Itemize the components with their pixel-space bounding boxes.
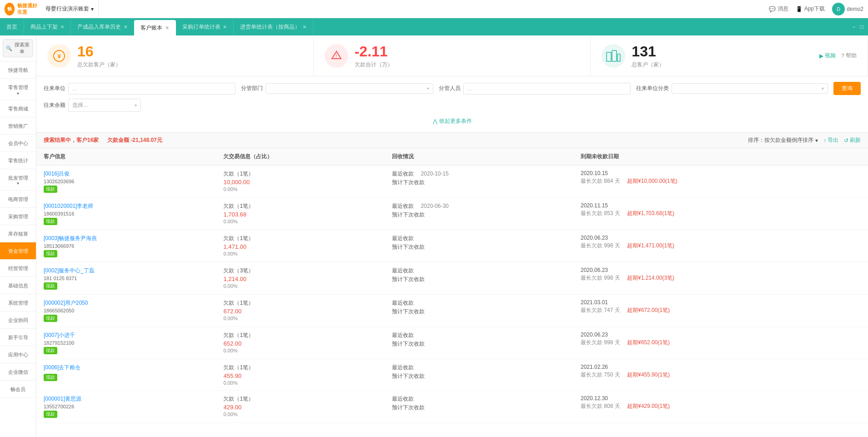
overdue-amount-link[interactable]: 超期¥672.00(1笔) [627,307,670,313]
overdue-amount-link[interactable]: 超期¥652.00(1笔) [627,339,670,346]
sidebar-item-basic-info[interactable]: 基础信息 [0,277,36,294]
wechat-label: 企业微信 [2,369,34,376]
tab-purchase-order[interactable]: 采购订单统计表 × [176,18,234,35]
sidebar-item-retail-mall[interactable]: 零售商城 [0,100,36,117]
tab-production-close[interactable]: × [124,24,127,30]
sidebar-item-marketing[interactable]: 营销推广 [0,117,36,135]
sidebar-item-wechat[interactable]: 企业微信 [0,363,36,381]
overdue-amount-link[interactable]: 超期¥1,471.00(1笔) [627,242,674,249]
tab-purchase-close[interactable]: × [223,24,227,30]
from-unit-input[interactable]: ... [68,83,236,95]
tab-home[interactable]: 首页 [0,18,24,35]
sidebar-item-ecommerce[interactable]: 电商管理 [0,191,36,208]
dept-select[interactable]: ▾ [266,83,433,94]
customer-badge: 现款 [44,282,57,290]
maximize-icon[interactable]: □ [860,24,863,30]
collapse-button[interactable]: ⋀ 收起更多条件 [44,116,861,127]
sidebar-item-member[interactable]: 会员中心 [0,135,36,152]
balance-label: 往来余额 [44,101,65,109]
video-btn[interactable]: ▶ 视频 [819,52,836,60]
overdue-amount-link[interactable]: 超期¥1,214.00(3笔) [627,275,674,281]
export-button[interactable]: ↑ 导出 [823,136,838,144]
logo-icon: 畅 [5,3,15,15]
debt-amount: -21,148.07元 [130,137,162,143]
customer-id-link[interactable]: [0006]去下粮仓 [44,364,209,372]
overdue-amount-link[interactable]: 超期¥1,703.68(1笔) [627,210,674,216]
retail-stats-label: 零售统计 [2,157,34,164]
customer-id-link[interactable]: [0007]小进千 [44,332,209,339]
debt-ratio: 0.00% [223,186,377,192]
overdue-amount-link[interactable]: 超期¥10,000.00(1笔) [627,178,677,184]
refresh-button[interactable]: ↺ 刷新 [844,136,861,144]
minimize-icon[interactable]: － [851,23,857,31]
debt-amount[interactable]: 10,000.00 [223,179,377,186]
next-collect-label: 预计下次收款 [392,276,566,283]
tab-customer-account[interactable]: 客户账本 × [134,20,176,35]
help-btn[interactable]: ? 帮助 [841,52,857,60]
customer-id-link[interactable]: [000001]黄思源 [44,395,209,403]
sidebar-item-finance[interactable]: 资金管理 [0,242,36,260]
customer-id-link[interactable]: [0016]吕俊 [44,170,209,178]
main-content: ¥ 16 总欠款客户（家） ! [36,35,868,437]
debt-ratio: 0.00% [223,380,377,386]
manager-input[interactable]: ... [463,83,631,95]
table-row: [000001]黄思源 13552700226 现款 欠款（1笔） 429.00… [36,391,868,423]
sidebar-item-system[interactable]: 系统管理 [0,294,36,311]
customer-id-link[interactable]: [0003]畅捷服务尹海燕 [44,235,209,242]
app-download-btn[interactable]: 📱 App下载 [796,5,825,13]
customer-phone: 13026203696 [44,179,209,184]
search-menu-btn[interactable]: 🔍 搜索菜单 [3,39,33,57]
tab-customer-close[interactable]: × [165,25,169,31]
debt-amount[interactable]: 1,214.00 [223,276,377,282]
sidebar-item-vip[interactable]: 畅会员 [0,381,36,398]
debt-amount[interactable]: 672.00 [223,308,377,315]
sidebar-item-quick-nav[interactable]: 快捷导航 [0,61,36,79]
sidebar-item-retail-mgmt[interactable]: 零售管理 ▲ [0,79,36,100]
tab-production-history[interactable]: 产成品入库单历史 × [71,18,134,35]
sort-selector[interactable]: 排序：按欠款金额倒序排序 ▾ [748,136,818,144]
table-row: [0016]吕俊 13026203696 现款 欠款（1笔） 10,000.00… [36,166,868,198]
stat-card-debt-customers: ¥ 16 总欠款客户（家） [36,35,314,76]
sidebar-item-inventory[interactable]: 库存核算 [0,225,36,242]
customer-id-link[interactable]: [000002]用户2050 [44,299,209,307]
debt-amount[interactable]: 1,703.68 [223,211,377,218]
balance-select[interactable]: 选择... ▾ [68,99,141,112]
industry-selector[interactable]: 母婴行业演示账套 ▾ [41,0,99,18]
tab-incoming-close[interactable]: × [303,24,306,30]
svg-rect-4 [612,50,617,61]
debt-ratio: 0.00% [223,251,377,256]
balance-chevron-icon: ▾ [135,103,137,108]
sidebar-item-operations[interactable]: 经营管理 [0,260,36,277]
customer-badge: 现款 [44,218,57,225]
debt-amount[interactable]: 652.00 [223,340,377,347]
overdue-amount-link[interactable]: 超期¥429.00(1笔) [627,403,670,409]
customer-badge: 现款 [44,250,57,257]
sidebar: 🔍 搜索菜单 快捷导航 零售管理 ▲ 零售商城 营销推广 会员中心 零售统计 [0,35,36,437]
debt-amount[interactable]: 429.00 [223,404,377,411]
tab-incoming-stats[interactable]: 进货单统计表（按商品） × [234,18,313,35]
debt-amount[interactable]: 1,471.00 [223,243,377,250]
overdue-amount-link[interactable]: 超期¥455.90(1笔) [627,372,670,378]
search-menu-label: 搜索菜单 [14,41,30,55]
sidebar-item-newbie[interactable]: 新手引导 [0,329,36,346]
messages-btn[interactable]: 💬 消息 [769,5,788,13]
sidebar-item-batch-mgmt[interactable]: 批发管理 ▼ [0,169,36,191]
due-date-cell: 2021.03.01 最长欠款 747 天 超期¥672.00(1笔) [573,295,868,327]
svg-text:!: ! [336,54,337,59]
tab-products-close[interactable]: × [60,24,64,30]
col-collect-status: 回收情况 [385,148,573,166]
tab-products-offline[interactable]: 商品上下架 × [24,18,71,35]
customer-id-link[interactable]: [0002]服务中心_丁磊 [44,267,209,275]
customer-id-link[interactable]: [0001020001]李老师 [44,202,209,210]
sidebar-item-retail-stats[interactable]: 零售统计 [0,152,36,169]
debt-amount[interactable]: 455.90 [223,372,377,379]
sidebar-item-purchase[interactable]: 采购管理 [0,208,36,225]
unit-category-select[interactable]: ▾ [672,83,828,94]
debt-ratio: 0.00% [223,412,377,417]
sidebar-item-app-center[interactable]: 应用中心 [0,346,36,363]
vip-label: 畅会员 [2,386,34,393]
user-profile[interactable]: D demo2 [832,3,863,15]
stats-row: ¥ 16 总欠款客户（家） ! [36,35,868,76]
search-button[interactable]: 查询 [833,82,861,95]
sidebar-item-enterprise[interactable]: 企业协同 [0,311,36,329]
